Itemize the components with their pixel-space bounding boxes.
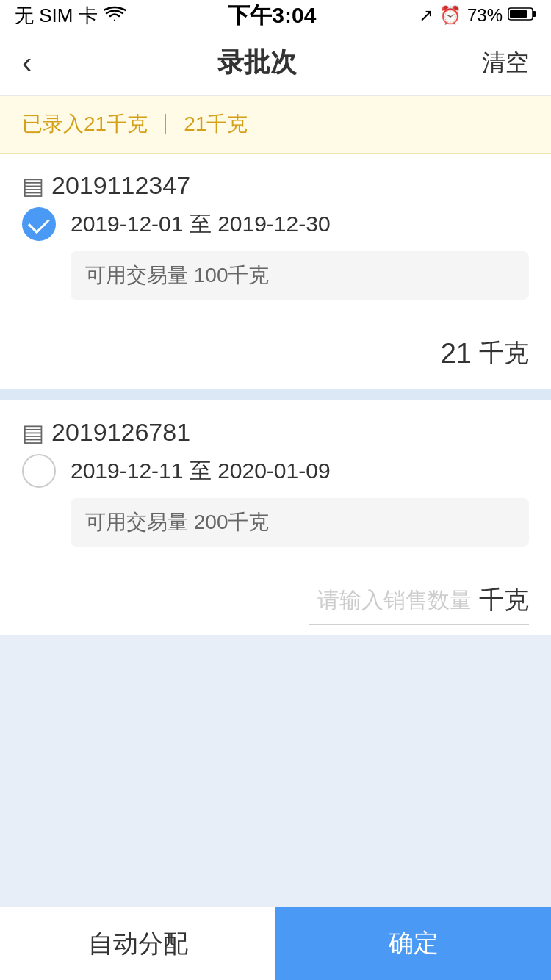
nav-bar: ‹ 录批次 清空: [0, 31, 551, 96]
confirm-button[interactable]: 确定: [276, 907, 551, 980]
wifi-icon: [104, 4, 126, 27]
status-time: 下午3:04: [228, 1, 316, 31]
batch-card-2-inner: ▤ 2019126781 2019-12-11 至 2020-01-09 可用交…: [0, 400, 551, 569]
clear-button[interactable]: 清空: [482, 47, 529, 79]
main-content: ▤ 2019112347 2019-12-01 至 2019-12-30 可用交…: [0, 154, 551, 965]
battery-icon: [508, 5, 536, 26]
batch-1-amount-row: 21 千克: [0, 322, 551, 378]
location-icon: ↗: [419, 5, 433, 26]
carrier-text: 无 SIM 卡: [15, 3, 98, 29]
bottom-bar: 自动分配 确定: [0, 907, 551, 980]
svg-rect-1: [533, 11, 536, 17]
batch-1-amount-unit: 千克: [479, 336, 529, 370]
batch-card-1-inner: ▤ 2019112347 2019-12-01 至 2019-12-30 可用交…: [0, 154, 551, 322]
batch-1-check-row[interactable]: 2019-12-01 至 2019-12-30: [22, 207, 529, 241]
back-button[interactable]: ‹: [22, 46, 32, 79]
batch-1-underline: [309, 378, 529, 378]
svg-rect-2: [510, 10, 527, 18]
batch-2-header: ▤ 2019126781: [22, 418, 529, 447]
batch-2-date-range: 2019-12-11 至 2020-01-09: [71, 456, 331, 486]
batch-1-avail: 可用交易量 100千克: [71, 251, 529, 300]
batch-2-id: 2019126781: [51, 418, 190, 447]
batch-2-checkbox[interactable]: [22, 454, 56, 488]
batch-1-checkbox[interactable]: [22, 207, 56, 241]
recorded-amount: 已录入21千克: [22, 110, 148, 138]
batch-1-date-range: 2019-12-01 至 2019-12-30: [71, 209, 331, 239]
batch-2-avail: 可用交易量 200千克: [71, 498, 529, 547]
batch-1-header: ▤ 2019112347: [22, 171, 529, 200]
battery-text: 73%: [467, 5, 503, 26]
alarm-icon: ⏰: [439, 5, 461, 26]
batch-2-input-unit: 千克: [479, 583, 529, 617]
batch-1-amount-value: 21: [441, 338, 472, 370]
batch-2-input-row[interactable]: 请输入销售数量 千克: [0, 569, 551, 624]
batch-2-id-icon: ▤: [22, 419, 44, 447]
batch-1-id: 2019112347: [51, 171, 190, 200]
page-title: 录批次: [217, 45, 297, 81]
status-right: ↗ ⏰ 73%: [419, 5, 536, 26]
section-divider: [0, 389, 551, 400]
auto-distribute-button[interactable]: 自动分配: [0, 907, 276, 980]
status-left: 无 SIM 卡: [15, 3, 126, 29]
batch-card-1: ▤ 2019112347 2019-12-01 至 2019-12-30 可用交…: [0, 154, 551, 389]
batch-2-underline: [309, 624, 529, 625]
batch-1-id-icon: ▤: [22, 172, 44, 200]
status-bar: 无 SIM 卡 下午3:04 ↗ ⏰ 73%: [0, 0, 551, 31]
batch-2-check-row[interactable]: 2019-12-11 至 2020-01-09: [22, 454, 529, 488]
batch-2-input-placeholder: 请输入销售数量: [317, 586, 472, 616]
info-divider: [165, 114, 166, 134]
batch-card-2: ▤ 2019126781 2019-12-11 至 2020-01-09 可用交…: [0, 400, 551, 635]
total-amount: 21千克: [184, 110, 248, 138]
info-bar: 已录入21千克 21千克: [0, 96, 551, 154]
